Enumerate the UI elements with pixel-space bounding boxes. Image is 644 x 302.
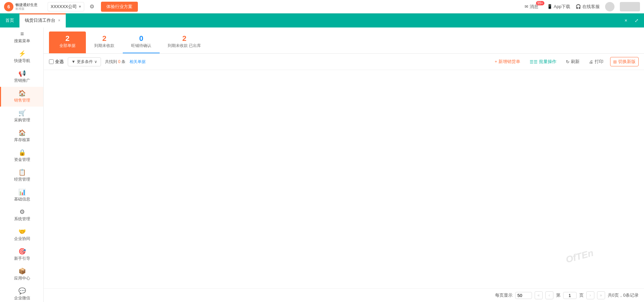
tab-close-button[interactable]: × [621, 16, 631, 25]
pagination: 每页显示 50 10 20 100 « ‹ 第 页 › » 共0页，0条记录 [44, 288, 644, 302]
batch-operation-button[interactable]: ☰☰ 批量操作 [527, 57, 559, 66]
ops-icon: 📋 [18, 169, 26, 175]
sidebar-label-sales: 销售管理 [14, 98, 30, 103]
sidebar-item-corp-collab[interactable]: 🤝 企业协同 [0, 225, 43, 245]
toolbar-right: + 新增销货单 ☰☰ 批量操作 ↻ 刷新 🖨 打印 ⊞ 切换新版 [492, 57, 639, 66]
sidebar-label-sys: 系统管理 [14, 216, 30, 222]
settings-button[interactable]: ⚙ [87, 2, 97, 12]
headset-icon: 🎧 [576, 4, 581, 9]
sidebar-item-purchase[interactable]: 🛒 采购管理 [0, 107, 43, 126]
user-name-placeholder[interactable] [620, 2, 640, 11]
phone-icon: 📱 [547, 4, 552, 9]
page-prefix-label: 第 [556, 292, 560, 298]
stat-num-overdue: 2 [102, 34, 106, 43]
app-name-text: 畅捷通好生意 标准版 [15, 2, 38, 11]
sys-mgmt-icon: ⚙ [19, 209, 25, 215]
first-page-button[interactable]: « [535, 291, 543, 299]
sidebar-label-corp: 企业协同 [14, 236, 30, 242]
stat-tab-overdue-unship[interactable]: 2 到期未收款 已出库 [160, 32, 209, 53]
stat-label-unship: 到期未收款 已出库 [168, 43, 201, 49]
found-count: 0 [118, 59, 120, 64]
sidebar-item-inventory[interactable]: 🏠 库存核算 [0, 126, 43, 146]
online-service-button[interactable]: 🎧 在线客服 [576, 4, 600, 10]
marketing-icon: 📢 [18, 70, 26, 76]
print-label: 打印 [595, 59, 603, 65]
stats-tabs: 2 全部单据 2 到期未收款 0 旺铺待确认 2 到期未收款 已出库 [44, 27, 644, 54]
select-all-input[interactable] [49, 59, 54, 64]
stat-num-unship: 2 [182, 34, 186, 43]
sidebar-item-funds[interactable]: 🔒 资金管理 [0, 146, 43, 166]
stat-tab-wangpu[interactable]: 0 旺铺待确认 [123, 32, 160, 53]
online-service-label: 在线客服 [582, 4, 600, 10]
prev-page-button[interactable]: ‹ [545, 291, 553, 299]
sidebar-item-search-menu[interactable]: ≡ 搜索菜单 [0, 27, 43, 47]
print-icon: 🖨 [589, 59, 593, 64]
next-page-button[interactable]: › [586, 291, 594, 299]
refresh-label: 刷新 [571, 59, 580, 65]
sales-icon: 🏠 [18, 90, 26, 96]
tab-maximize-button[interactable]: ⤢ [632, 16, 641, 25]
switch-version-button[interactable]: ⊞ 切换新版 [610, 57, 639, 66]
trial-button[interactable]: 体验行业方案 [101, 2, 138, 12]
refresh-button[interactable]: ↻ 刷新 [563, 57, 582, 66]
stat-tab-overdue[interactable]: 2 到期未收款 [86, 32, 123, 53]
inventory-icon: 🏠 [18, 130, 26, 136]
tab-close-icon[interactable]: × [58, 18, 60, 23]
page-input[interactable] [563, 292, 577, 299]
message-icon: ✉ [525, 4, 528, 9]
filter-button[interactable]: ▼ 更多条件 ∨ [68, 57, 101, 66]
home-tab-label: 首页 [5, 17, 14, 23]
filter-icon: ▼ [71, 59, 75, 64]
refresh-icon: ↻ [566, 59, 570, 64]
sidebar-item-sales[interactable]: 🏠 销售管理 [0, 87, 43, 107]
select-all-checkbox[interactable]: 全选 [49, 59, 64, 65]
select-all-label: 全选 [55, 59, 64, 65]
toolbar: 全选 ▼ 更多条件 ∨ 共找到 0 条 相关单据 + 新增销货单 ☰☰ 批量操作 [44, 54, 644, 70]
filter-label: 更多条件 [77, 59, 93, 65]
sidebar-label-marketing: 营销推广 [14, 78, 30, 83]
stat-num-all: 2 [65, 34, 69, 43]
last-page-button[interactable]: » [597, 291, 605, 299]
per-page-label: 每页显示 [495, 292, 513, 298]
company-chevron-icon: ▾ [79, 4, 81, 9]
sidebar-item-ops[interactable]: 📋 经营管理 [0, 166, 43, 186]
top-right-actions: ✉ 消息 99+ 📱 App下载 🎧 在线客服 [525, 2, 640, 11]
corp-wechat-icon: 💬 [18, 288, 26, 294]
app-download-button[interactable]: 📱 App下载 [547, 4, 570, 10]
sidebar-item-basic-info[interactable]: 📊 基础信息 [0, 186, 43, 205]
app-logo-icon: 6 [4, 2, 13, 11]
stat-label-overdue: 到期未收款 [94, 43, 114, 49]
batch-label: 批量操作 [539, 59, 556, 65]
company-selector[interactable]: XXXXXX公司 ▾ [48, 2, 84, 11]
sidebar-label-appcenter: 应用中心 [14, 276, 30, 281]
stat-label-all: 全部单据 [59, 43, 75, 49]
funds-icon: 🔒 [18, 149, 26, 156]
batch-icon: ☰☰ [530, 59, 538, 64]
company-name: XXXXXX公司 [51, 4, 77, 10]
print-button[interactable]: 🖨 打印 [586, 57, 606, 66]
sidebar-item-quick-nav[interactable]: ⚡ 快捷导航 [0, 47, 43, 67]
content-area: 2 全部单据 2 到期未收款 0 旺铺待确认 2 到期未收款 已出库 全选 [44, 27, 644, 302]
tab-active[interactable]: 钱货日清工作台 × [19, 13, 66, 27]
sidebar-item-marketing[interactable]: 📢 营销推广 [0, 67, 43, 87]
stat-num-wangpu: 0 [139, 34, 143, 43]
app-download-label: App下载 [554, 4, 570, 10]
sidebar-item-app-center[interactable]: 📦 应用中心 [0, 265, 43, 285]
message-button[interactable]: ✉ 消息 99+ [525, 4, 542, 10]
top-bar: 6 畅捷通好生意 标准版 XXXXXX公司 ▾ ⚙ 体验行业方案 ✉ 消息 99… [0, 0, 644, 13]
sidebar-item-sys-mgmt[interactable]: ⚙ 系统管理 [0, 205, 43, 225]
sidebar-label-funds: 资金管理 [14, 157, 30, 163]
related-label[interactable]: 相关单据 [129, 59, 146, 65]
user-avatar[interactable] [605, 2, 614, 11]
nav-right-actions: × ⤢ [621, 16, 644, 25]
tab-home[interactable]: 首页 [0, 13, 19, 27]
stat-tab-all[interactable]: 2 全部单据 [49, 32, 86, 53]
add-sale-button[interactable]: + 新增销货单 [492, 57, 523, 66]
sidebar-label-quick: 快捷导航 [14, 58, 30, 64]
per-page-select[interactable]: 50 10 20 100 [515, 292, 532, 299]
sidebar-label-guide: 新手引导 [14, 256, 30, 261]
sidebar-item-new-guide[interactable]: 🎯 新手引导 [0, 245, 43, 265]
app-center-icon: 📦 [18, 268, 26, 274]
message-badge: 99+ [536, 1, 544, 5]
sidebar-item-corp-wechat[interactable]: 💬 企业微信 [0, 285, 43, 302]
